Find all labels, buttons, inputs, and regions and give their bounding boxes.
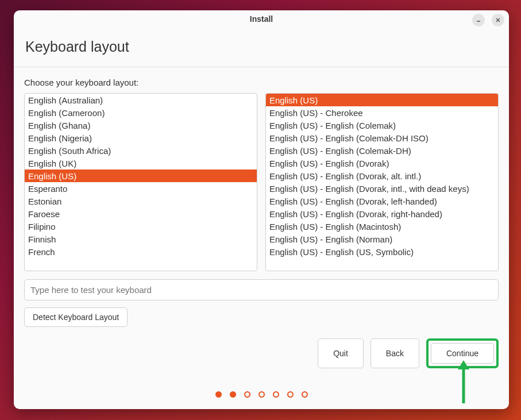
variant-listbox[interactable]: English (US)English (US) - CherokeeEngli… (265, 93, 499, 271)
variant-item[interactable]: English (US) - Cherokee (266, 106, 498, 119)
progress-indicator (14, 368, 509, 409)
layout-item[interactable]: English (Ghana) (25, 119, 257, 132)
back-button[interactable]: Back (371, 338, 419, 368)
variant-item[interactable]: English (US) - English (Dvorak, left-han… (266, 195, 498, 207)
keyboard-test-input[interactable] (24, 279, 499, 300)
quit-button[interactable]: Quit (318, 338, 364, 368)
window-controls (472, 14, 504, 26)
variant-item[interactable]: English (US) - English (US, Symbolic) (266, 245, 498, 258)
progress-dot (287, 391, 294, 398)
variant-item[interactable]: English (US) - English (Colemak) (266, 119, 498, 132)
layout-item[interactable]: English (Nigeria) (25, 132, 257, 144)
minimize-button[interactable] (472, 14, 485, 26)
variant-item[interactable]: English (US) - English (Dvorak) (266, 157, 498, 169)
variant-item[interactable]: English (US) - English (Macintosh) (266, 220, 498, 233)
progress-dot (244, 391, 250, 398)
layout-item[interactable]: French (25, 245, 257, 258)
close-button[interactable] (492, 14, 504, 26)
page-heading: Keyboard layout (14, 27, 509, 67)
nav-button-row: Quit Back Continue (14, 327, 509, 368)
layout-prompt: Choose your keyboard layout: (24, 78, 499, 87)
variant-item[interactable]: English (US) - English (Dvorak, right-ha… (266, 207, 498, 220)
layout-listbox[interactable]: English (Australian)English (Cameroon)En… (24, 93, 257, 271)
variant-item[interactable]: English (US) - English (Colemak-DH) (266, 144, 498, 157)
layout-item[interactable]: English (Australian) (25, 94, 257, 106)
layout-lists: English (Australian)English (Cameroon)En… (24, 93, 499, 271)
layout-item[interactable]: Filipino (25, 220, 257, 233)
layout-item[interactable]: Esperanto (25, 182, 257, 195)
continue-button[interactable]: Continue (431, 343, 494, 364)
layout-item[interactable]: English (Cameroon) (25, 106, 257, 119)
layout-item[interactable]: English (South Africa) (25, 144, 257, 157)
variant-item[interactable]: English (US) - English (Norman) (266, 233, 498, 245)
progress-dot (258, 391, 265, 398)
layout-item[interactable]: Finnish (25, 233, 257, 245)
titlebar: Install (14, 10, 509, 27)
layout-item[interactable]: English (UK) (25, 157, 257, 169)
progress-dot (215, 391, 222, 398)
progress-dot (302, 391, 308, 398)
layout-item[interactable]: Faroese (25, 207, 257, 220)
installer-window: Install Keyboard layout Choose your keyb… (14, 10, 509, 409)
content-area: Choose your keyboard layout: English (Au… (14, 67, 509, 327)
variant-item[interactable]: English (US) - English (Dvorak, intl., w… (266, 182, 498, 195)
variant-item[interactable]: English (US) (266, 94, 498, 106)
variant-item[interactable]: English (US) - English (Dvorak, alt. int… (266, 169, 498, 182)
progress-dot (273, 391, 279, 398)
detect-layout-button[interactable]: Detect Keyboard Layout (24, 307, 128, 327)
progress-dot (230, 391, 236, 398)
continue-highlight: Continue (426, 338, 499, 368)
variant-item[interactable]: English (US) - English (Colemak-DH ISO) (266, 132, 498, 144)
layout-item[interactable]: Estonian (25, 195, 257, 207)
window-title: Install (250, 14, 273, 24)
layout-item[interactable]: English (US) (25, 169, 257, 182)
